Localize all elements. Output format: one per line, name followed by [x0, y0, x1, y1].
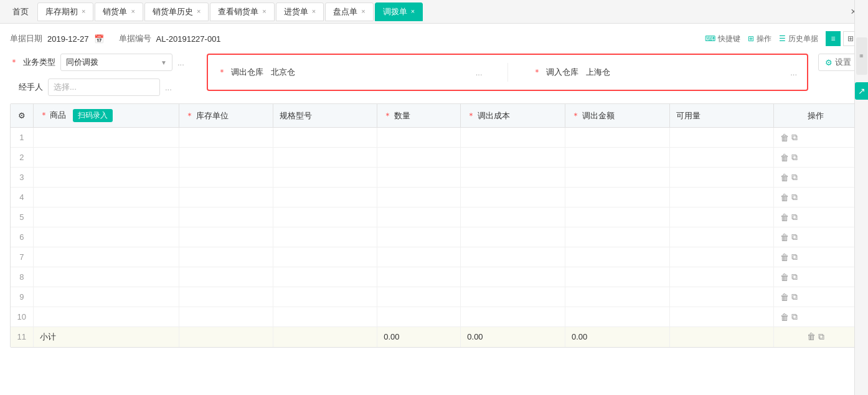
- cell-spec[interactable]: [273, 207, 377, 227]
- business-type-select[interactable]: 同价调拨 ▼: [60, 54, 172, 71]
- cell-qty[interactable]: [377, 148, 461, 168]
- cell-cost[interactable]: [461, 227, 565, 247]
- tab-close-icon[interactable]: ×: [262, 8, 266, 15]
- col-settings[interactable]: ⚙: [11, 104, 33, 128]
- cell-cost[interactable]: [461, 168, 565, 188]
- cell-qty[interactable]: [377, 307, 461, 327]
- cell-amount[interactable]: [565, 207, 669, 227]
- cell-product[interactable]: [33, 267, 179, 287]
- cell-spec[interactable]: [273, 267, 377, 287]
- cell-amount[interactable]: [565, 307, 669, 327]
- cell-product[interactable]: [33, 188, 179, 207]
- cell-amount[interactable]: [565, 227, 669, 247]
- cell-qty[interactable]: [377, 267, 461, 287]
- delete-icon[interactable]: 🗑: [780, 153, 789, 163]
- cell-spec[interactable]: [273, 128, 377, 148]
- delete-icon[interactable]: 🗑: [780, 232, 789, 242]
- cell-qty[interactable]: [377, 128, 461, 148]
- cell-cost[interactable]: [461, 247, 565, 267]
- copy-icon[interactable]: ⧉: [791, 132, 798, 143]
- cell-product[interactable]: [33, 148, 179, 168]
- delete-icon[interactable]: 🗑: [780, 173, 789, 183]
- side-notes-button[interactable]: ≡: [856, 37, 867, 75]
- cell-cost[interactable]: [461, 287, 565, 307]
- cell-unit[interactable]: [179, 188, 273, 207]
- tab-close-icon[interactable]: ×: [197, 8, 200, 15]
- cell-unit[interactable]: [179, 227, 273, 247]
- cell-unit[interactable]: [179, 247, 273, 267]
- delete-icon[interactable]: 🗑: [780, 292, 789, 302]
- delete-icon[interactable]: 🗑: [807, 331, 816, 341]
- delete-icon[interactable]: 🗑: [780, 252, 789, 262]
- scan-entry-button[interactable]: 扫码录入: [73, 109, 113, 122]
- cell-amount[interactable]: [565, 168, 669, 188]
- cell-qty[interactable]: [377, 188, 461, 207]
- tab-purchase-order[interactable]: 进货单 ×: [276, 2, 324, 21]
- tab-transfer-order[interactable]: 调拨单 ×: [375, 2, 423, 21]
- tab-close-icon[interactable]: ×: [361, 8, 365, 15]
- copy-icon[interactable]: ⧉: [791, 192, 798, 202]
- cell-product[interactable]: [33, 128, 179, 148]
- cell-spec[interactable]: [273, 148, 377, 168]
- cell-spec[interactable]: [273, 168, 377, 188]
- cell-amount[interactable]: [565, 128, 669, 148]
- tab-close-icon[interactable]: ×: [82, 8, 85, 15]
- ops-button[interactable]: ⊞ 操作: [748, 34, 771, 44]
- cell-cost[interactable]: [461, 307, 565, 327]
- delete-icon[interactable]: 🗑: [780, 193, 789, 202]
- copy-icon[interactable]: ⧉: [818, 331, 824, 341]
- cell-cost[interactable]: [461, 128, 565, 148]
- cell-cost[interactable]: [461, 267, 565, 287]
- cell-cost[interactable]: [461, 188, 565, 207]
- handler-select[interactable]: 选择...: [48, 79, 160, 96]
- cell-product[interactable]: [33, 287, 179, 307]
- tab-sales-order[interactable]: 销货单 ×: [95, 2, 143, 21]
- copy-icon[interactable]: ⧉: [791, 272, 798, 282]
- cell-product[interactable]: [33, 307, 179, 327]
- cell-spec[interactable]: [273, 227, 377, 247]
- cell-amount[interactable]: [565, 267, 669, 287]
- delete-icon[interactable]: 🗑: [780, 272, 789, 282]
- cell-product[interactable]: [33, 227, 179, 247]
- copy-icon[interactable]: ⧉: [791, 172, 798, 183]
- tab-close-icon[interactable]: ×: [131, 8, 134, 15]
- tab-inventory-init[interactable]: 库存期初 ×: [37, 2, 93, 21]
- warehouse-out-more[interactable]: ...: [476, 68, 483, 77]
- shortcut-button[interactable]: ⌨ 快捷键: [705, 34, 740, 44]
- cell-qty[interactable]: [377, 287, 461, 307]
- copy-icon[interactable]: ⧉: [791, 152, 798, 163]
- cell-unit[interactable]: [179, 148, 273, 168]
- side-expand-button[interactable]: ↗: [855, 82, 869, 100]
- cell-amount[interactable]: [565, 188, 669, 207]
- cell-unit[interactable]: [179, 207, 273, 227]
- cell-unit[interactable]: [179, 168, 273, 188]
- business-type-more[interactable]: ...: [177, 58, 184, 67]
- cell-cost[interactable]: [461, 207, 565, 227]
- cell-spec[interactable]: [273, 287, 377, 307]
- cell-unit[interactable]: [179, 267, 273, 287]
- copy-icon[interactable]: ⧉: [791, 232, 798, 242]
- cell-spec[interactable]: [273, 188, 377, 207]
- delete-icon[interactable]: 🗑: [780, 212, 789, 222]
- delete-icon[interactable]: 🗑: [780, 133, 789, 143]
- copy-icon[interactable]: ⧉: [791, 252, 798, 262]
- copy-icon[interactable]: ⧉: [791, 292, 798, 302]
- tab-home[interactable]: 首页: [5, 2, 36, 21]
- cell-spec[interactable]: [273, 247, 377, 267]
- cell-cost[interactable]: [461, 148, 565, 168]
- handler-more[interactable]: ...: [165, 83, 172, 92]
- cell-unit[interactable]: [179, 287, 273, 307]
- warehouse-in-more[interactable]: ...: [790, 68, 797, 77]
- tab-inventory-check[interactable]: 盘点单 ×: [325, 2, 373, 21]
- settings-button[interactable]: ⚙ 设置: [818, 54, 858, 71]
- tab-sales-history[interactable]: 销货单历史 ×: [144, 2, 209, 21]
- cell-qty[interactable]: [377, 207, 461, 227]
- cell-amount[interactable]: [565, 287, 669, 307]
- tab-close-icon[interactable]: ×: [411, 8, 415, 15]
- calendar-icon[interactable]: 📅: [94, 34, 104, 44]
- tab-view-sales[interactable]: 查看销货单 ×: [210, 2, 274, 21]
- cell-qty[interactable]: [377, 168, 461, 188]
- cell-amount[interactable]: [565, 247, 669, 267]
- cell-product[interactable]: [33, 247, 179, 267]
- cell-qty[interactable]: [377, 247, 461, 267]
